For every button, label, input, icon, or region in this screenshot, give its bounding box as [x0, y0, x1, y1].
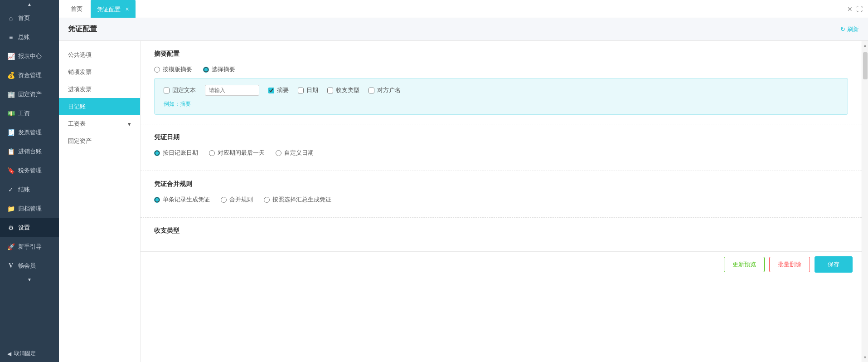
tab-voucher-config-label: 凭证配置 — [97, 5, 121, 14]
summary-example: 例如：摘要 — [164, 100, 839, 108]
tab-actions: ✕ ⛶ — [847, 5, 863, 13]
voucher-date-title: 凭证日期 — [154, 133, 848, 142]
sidebar-label-salary: 工资 — [18, 109, 30, 117]
merge-rules-radio-group: 单条记录生成凭证 合并规则 按照选择汇总生成凭证 — [154, 196, 848, 204]
scroll-track — [862, 50, 868, 353]
batch-delete-button[interactable]: 批量删除 — [769, 257, 810, 272]
reports-icon: 📈 — [7, 53, 15, 60]
sidebar-scroll-down[interactable]: ▼ — [0, 275, 59, 284]
content-layout: 公共选项 销项发票 进项发票 日记账 工资表 ▾ 固定资产 摘要配置 — [59, 41, 868, 362]
sidebar-item-assets[interactable]: 🏢 固定资产 — [0, 85, 59, 104]
voucher-date-section: 凭证日期 按日记账日期 对应期间最后一天 自定义日期 — [141, 124, 862, 171]
sidebar-scroll-up[interactable]: ▲ — [0, 0, 59, 9]
home-icon: ⌂ — [7, 15, 15, 22]
funds-icon: 💰 — [7, 72, 15, 79]
chevron-down-icon: ▾ — [128, 121, 131, 127]
income-type-section: 收支类型 — [141, 218, 862, 251]
sidebar-label-vip: 畅会员 — [18, 262, 36, 270]
summary-options-box: 固定文本 摘要 日期 收支类型 — [154, 78, 848, 115]
settings-icon: ⚙ — [7, 224, 15, 231]
radio-select-summary[interactable]: 选择摘要 — [203, 65, 235, 73]
radio-merge-rule[interactable]: 合并规则 — [221, 196, 253, 204]
sidebar-item-home[interactable]: ⌂ 首页 — [0, 9, 59, 28]
main-area: 首页 凭证配置 ✕ ✕ ⛶ 凭证配置 ↻ 刷新 公共选项 销项发票 进 — [59, 0, 868, 362]
purchase-sales-icon: 📋 — [7, 148, 15, 155]
window-close-icon[interactable]: ✕ — [847, 5, 853, 13]
archive-icon: 📁 — [7, 205, 15, 212]
sidebar-item-settings[interactable]: ⚙ 设置 — [0, 218, 59, 237]
left-nav-sales-invoice[interactable]: 销项发票 — [59, 64, 140, 81]
radio-custom-date[interactable]: 自定义日期 — [276, 149, 314, 157]
checkbox-fixed-text[interactable]: 固定文本 — [164, 86, 196, 94]
left-nav-purchase-invoice[interactable]: 进项发票 — [59, 81, 140, 98]
sidebar-label-tax: 税务管理 — [18, 166, 42, 175]
radio-template-summary[interactable]: 按模版摘要 — [154, 65, 192, 73]
sidebar-item-reports[interactable]: 📈 报表中心 — [0, 47, 59, 66]
scroll-up-button[interactable]: ▲ — [862, 41, 868, 50]
sidebar: ▲ ⌂ 首页 ≡ 总账 📈 报表中心 💰 资金管理 🏢 固定资产 💵 工资 🧾 … — [0, 0, 59, 362]
tab-home[interactable]: 首页 — [64, 0, 89, 18]
merge-rules-section: 凭证合并规则 单条记录生成凭证 合并规则 按照选择汇总生成凭证 — [141, 171, 862, 218]
page-title: 凭证配置 — [68, 24, 97, 34]
close-accounts-icon: ✓ — [7, 186, 15, 193]
sidebar-label-assets: 固定资产 — [18, 90, 42, 98]
radio-period-last-day[interactable]: 对应期间最后一天 — [209, 149, 265, 157]
bottom-action-bar: 更新预览 批量删除 保存 — [141, 251, 862, 277]
tab-voucher-config[interactable]: 凭证配置 ✕ — [91, 0, 136, 18]
left-nav-public[interactable]: 公共选项 — [59, 46, 140, 64]
sidebar-item-invoice-mgmt[interactable]: 🧾 发票管理 — [0, 123, 59, 142]
sidebar-label-guide: 新手引导 — [18, 243, 42, 251]
edge-scrollbar: ▲ ▼ — [862, 41, 868, 362]
checkbox-date[interactable]: 日期 — [298, 86, 318, 94]
sidebar-item-archive[interactable]: 📁 归档管理 — [0, 199, 59, 218]
sidebar-label-archive: 归档管理 — [18, 205, 42, 213]
invoice-mgmt-icon: 🧾 — [7, 129, 15, 136]
scroll-thumb[interactable] — [863, 52, 868, 79]
sidebar-item-purchase-sales[interactable]: 📋 进销台账 — [0, 142, 59, 161]
ledger-icon: ≡ — [7, 34, 15, 41]
tab-home-label: 首页 — [71, 5, 82, 13]
tab-bar: 首页 凭证配置 ✕ ✕ ⛶ — [59, 0, 868, 18]
summary-config-section: 摘要配置 按模版摘要 选择摘要 固定文本 — [141, 41, 862, 124]
left-nav-payroll[interactable]: 工资表 ▾ — [59, 115, 140, 132]
checkbox-summary[interactable]: 摘要 — [268, 86, 289, 94]
summary-config-title: 摘要配置 — [154, 50, 848, 58]
page-header: 凭证配置 ↻ 刷新 — [59, 18, 868, 41]
update-preview-button[interactable]: 更新预览 — [724, 257, 765, 272]
left-nav: 公共选项 销项发票 进项发票 日记账 工资表 ▾ 固定资产 — [59, 41, 141, 362]
sidebar-item-close[interactable]: ✓ 结账 — [0, 180, 59, 199]
unpin-icon: ◀ — [7, 351, 11, 357]
sidebar-label-settings: 设置 — [18, 224, 30, 232]
guide-icon: 🚀 — [7, 243, 15, 250]
sidebar-item-vip[interactable]: V 畅会员 — [0, 256, 59, 275]
merge-rules-title: 凭证合并规则 — [154, 180, 848, 188]
summary-radio-group: 按模版摘要 选择摘要 — [154, 65, 848, 73]
left-nav-fixed-assets[interactable]: 固定资产 — [59, 132, 140, 150]
scroll-down-button[interactable]: ▼ — [862, 353, 868, 362]
sidebar-label-purchase-sales: 进销台账 — [18, 147, 42, 156]
sidebar-label-ledger: 总账 — [18, 33, 30, 41]
refresh-icon: ↻ — [840, 26, 845, 33]
refresh-button[interactable]: ↻ 刷新 — [840, 25, 859, 34]
sidebar-item-tax[interactable]: 🔖 税务管理 — [0, 161, 59, 180]
left-nav-journal[interactable]: 日记账 — [59, 98, 140, 115]
salary-icon: 💵 — [7, 110, 15, 117]
checkbox-counterparty[interactable]: 对方户名 — [369, 86, 401, 94]
sidebar-item-guide[interactable]: 🚀 新手引导 — [0, 237, 59, 256]
save-button[interactable]: 保存 — [815, 256, 853, 273]
tab-close-icon[interactable]: ✕ — [125, 6, 129, 12]
sidebar-unpin[interactable]: ◀ 取消固定 — [0, 345, 59, 362]
radio-journal-date[interactable]: 按日记账日期 — [154, 149, 198, 157]
checkbox-income-type[interactable]: 收支类型 — [327, 86, 359, 94]
sidebar-item-salary[interactable]: 💵 工资 — [0, 104, 59, 123]
sidebar-label-reports: 报表中心 — [18, 52, 42, 60]
income-type-title: 收支类型 — [154, 227, 848, 235]
sidebar-item-funds[interactable]: 💰 资金管理 — [0, 66, 59, 85]
fixed-text-input[interactable] — [205, 85, 259, 96]
sidebar-item-ledger[interactable]: ≡ 总账 — [0, 28, 59, 47]
radio-single-record[interactable]: 单条记录生成凭证 — [154, 196, 210, 204]
tax-icon: 🔖 — [7, 167, 15, 174]
sidebar-label-close: 结账 — [18, 186, 30, 194]
window-expand-icon[interactable]: ⛶ — [856, 5, 863, 13]
radio-select-merge[interactable]: 按照选择汇总生成凭证 — [264, 196, 331, 204]
